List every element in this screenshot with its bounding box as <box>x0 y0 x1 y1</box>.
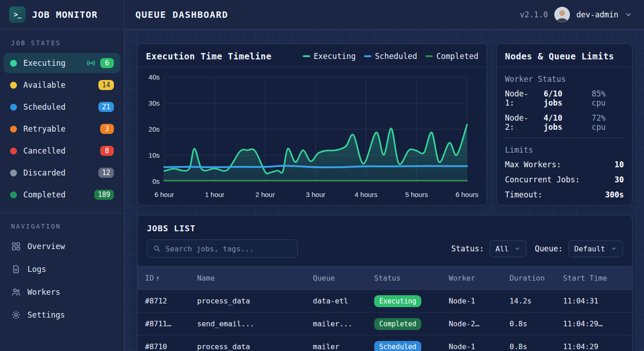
status-select-value: All <box>495 245 509 253</box>
document-icon <box>11 264 21 274</box>
chevron-down-icon[interactable] <box>625 11 632 18</box>
chart-legend: ExecutingScheduledCompleted <box>303 52 478 61</box>
count-badge: 6 <box>100 58 114 68</box>
worker-status-list: Node-1:6/10 jobs85% cpuNode-2:4/10 jobs7… <box>505 89 624 132</box>
state-label: Retryable <box>23 124 65 133</box>
x-tick: 5 hours <box>405 191 428 198</box>
x-tick: 6 hours <box>456 191 478 198</box>
nav-label: Overview <box>27 242 65 251</box>
queue-filter-group: Queue:Default <box>535 240 623 257</box>
sidebar-item-executing[interactable]: Executing6 <box>4 53 120 73</box>
state-right: 21 <box>98 102 114 112</box>
column-header-start-time: Start Time <box>556 274 632 282</box>
cell-queue: data-etl <box>306 297 367 305</box>
avatar[interactable] <box>554 7 570 22</box>
sidebar-item-available[interactable]: Available14 <box>4 75 120 95</box>
legend-label: Completed <box>436 52 478 61</box>
page-title: QUEUE DASHBOARD <box>135 9 228 20</box>
column-label: Start Time <box>563 274 607 282</box>
main-content: Execution Time Timeline ExecutingSchedul… <box>124 29 644 351</box>
cell-duration: 14.2s <box>502 297 556 305</box>
gear-icon <box>11 310 21 320</box>
status-dot-icon <box>10 191 17 198</box>
sidebar-item-workers[interactable]: Workers <box>4 282 120 302</box>
column-label: Worker <box>449 274 475 282</box>
cell-start-time: 11:04:31 <box>556 297 632 305</box>
sidebar: JOB STATES Executing6Available14Schedule… <box>0 29 124 351</box>
sort-ascending-icon: ↑ <box>156 274 160 282</box>
x-tick: 3 hour <box>306 191 326 198</box>
column-header-worker: Worker <box>441 274 502 282</box>
limits-list: Max Workers:10Concurrent Jobs:30Timeout:… <box>505 160 624 199</box>
limit-row: Timeout:300s <box>505 190 624 199</box>
sidebar-item-cancelled[interactable]: Cancelled8 <box>4 141 120 161</box>
column-header-duration: Duration <box>502 274 556 282</box>
state-label: Executing <box>23 58 65 68</box>
live-icon <box>86 58 97 68</box>
topbar: >_ JOB MONITOR QUEUE DASHBOARD v2.1.0 de… <box>0 0 644 29</box>
state-right: 12 <box>98 168 114 178</box>
x-tick: 6 hour <box>155 191 174 198</box>
count-badge: 3 <box>100 124 114 134</box>
y-tick: 30s <box>149 99 160 107</box>
sidebar-item-discarded[interactable]: Discarded12 <box>4 163 120 183</box>
state-right: 6 <box>86 58 114 68</box>
table-row[interactable]: #8710process_datamailerScheduledNode-10.… <box>138 335 632 351</box>
cell-id-link[interactable]: #8711… <box>138 319 190 328</box>
people-icon <box>11 287 21 297</box>
status-select[interactable]: All <box>489 240 526 257</box>
cell-id-link[interactable]: #8710 <box>138 342 190 351</box>
app-title: JOB MONITOR <box>32 9 97 20</box>
legend-item-completed[interactable]: Completed <box>425 52 478 61</box>
table-row[interactable]: #8711…send_email...mailer...CompletedNod… <box>138 313 632 335</box>
nav-label: Workers <box>27 287 60 297</box>
status-dot-icon <box>10 148 17 154</box>
y-tick: 10s <box>149 151 160 159</box>
legend-item-executing[interactable]: Executing <box>303 52 356 61</box>
sidebar-item-retryable[interactable]: Retryable3 <box>4 119 120 139</box>
brand: >_ JOB MONITOR <box>0 0 124 29</box>
legend-swatch <box>364 55 371 57</box>
cell-id-link[interactable]: #8712 <box>138 297 190 305</box>
nodes-card-title: Nodes & Queue Limits <box>505 51 614 61</box>
jobs-list-card: JOBS LIST Status:AllQueue:Default ID↑Nam… <box>137 215 633 351</box>
nav-label: Logs <box>27 265 46 274</box>
status-badge: Scheduled <box>374 341 421 351</box>
sidebar-item-logs[interactable]: Logs <box>4 259 120 279</box>
cell-status: Executing <box>367 295 441 307</box>
sidebar-item-overview[interactable]: Overview <box>4 236 120 256</box>
navigation-heading: NAVIGATION <box>0 223 124 230</box>
limit-value: 10 <box>615 160 624 169</box>
table-row[interactable]: #8712process_datadata-etlExecutingNode-1… <box>138 290 632 313</box>
column-header-name: Name <box>190 274 306 282</box>
execution-timeline-card: Execution Time Timeline ExecutingSchedul… <box>137 43 487 206</box>
sidebar-item-scheduled[interactable]: Scheduled21 <box>4 97 120 117</box>
worker-jobs: 6/10 jobs <box>544 89 585 107</box>
state-label: Completed <box>23 190 65 199</box>
worker-status-heading: Worker Status <box>505 74 624 84</box>
state-right: 3 <box>100 124 114 134</box>
legend-label: Executing <box>314 52 356 61</box>
column-header-id[interactable]: ID↑ <box>138 274 190 282</box>
legend-item-scheduled[interactable]: Scheduled <box>364 52 417 61</box>
queue-select[interactable]: Default <box>569 240 623 257</box>
cell-duration: 0.8s <box>502 342 556 351</box>
count-badge: 8 <box>100 146 114 156</box>
x-tick: 4 hours <box>354 191 377 198</box>
search-input[interactable] <box>166 245 292 253</box>
column-header-queue: Queue <box>306 274 367 282</box>
sidebar-item-completed[interactable]: Completed189 <box>4 185 120 205</box>
cell-name: process_data <box>190 297 306 305</box>
state-label: Scheduled <box>23 102 65 112</box>
cell-start-time: 11:04:29… <box>556 319 632 328</box>
nodes-limits-card: Nodes & Queue Limits Worker Status Node-… <box>496 43 633 206</box>
column-label: ID <box>145 274 154 282</box>
user-menu[interactable]: dev-admin <box>576 10 618 19</box>
search-box[interactable] <box>147 239 298 258</box>
sidebar-item-settings[interactable]: Settings <box>4 305 120 325</box>
limit-row: Concurrent Jobs:30 <box>505 175 624 184</box>
status-dot-icon <box>10 126 17 133</box>
terminal-icon: >_ <box>9 6 26 23</box>
x-tick: 1 hour <box>205 191 225 198</box>
cell-worker: Node-1 <box>441 342 502 351</box>
